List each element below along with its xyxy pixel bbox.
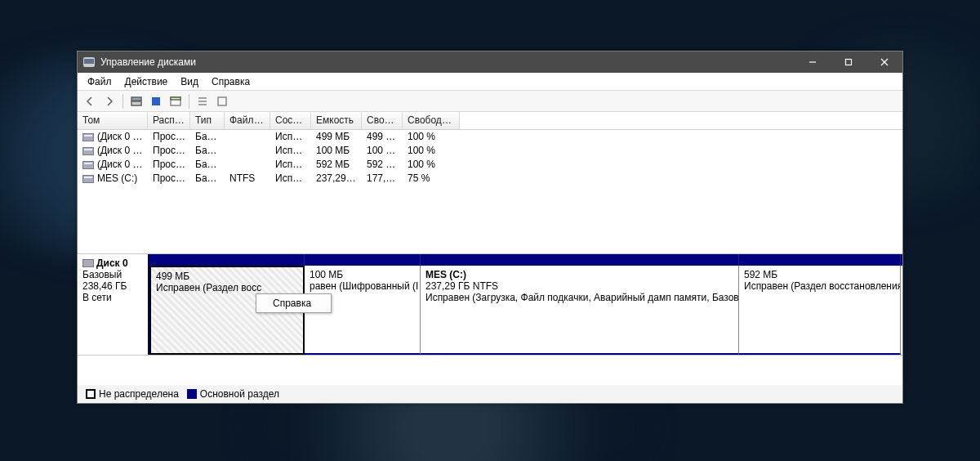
disk-type: Базовый — [82, 269, 143, 280]
col-capacity[interactable]: Емкость — [311, 112, 362, 129]
svg-rect-1 — [131, 97, 141, 101]
volume-icon — [82, 161, 94, 169]
table-row[interactable]: MES (C:)ПростойБазов...NTFSИспра...237,2… — [78, 172, 902, 186]
col-free[interactable]: Свобо... — [362, 112, 403, 129]
disk-icon — [82, 259, 94, 267]
disk-info[interactable]: Диск 0 Базовый 238,46 ГБ В сети — [78, 254, 149, 355]
menu-help[interactable]: Справка — [205, 74, 256, 89]
col-status[interactable]: Состоя... — [270, 112, 311, 129]
disk-name: Диск 0 — [96, 257, 128, 269]
svg-rect-5 — [171, 97, 180, 100]
disk-status: В сети — [82, 292, 143, 303]
menubar: Файл Действие Вид Справка — [78, 73, 902, 91]
maximize-button[interactable] — [831, 51, 866, 73]
disk-size: 238,46 ГБ — [82, 280, 143, 292]
view-top-icon[interactable] — [127, 92, 145, 110]
action-list-icon[interactable] — [194, 92, 212, 110]
partition[interactable]: MES (C:)237,29 ГБ NTFSИсправен (Загрузка… — [421, 266, 739, 355]
table-row[interactable]: (Диск 0 разде...ПростойБазов...Испра...4… — [78, 130, 902, 144]
svg-rect-3 — [152, 97, 160, 105]
help-icon[interactable] — [213, 92, 231, 110]
context-menu-help[interactable]: Справка — [256, 294, 331, 312]
toolbar — [78, 91, 902, 112]
menu-file[interactable]: Файл — [81, 74, 118, 89]
disk-map: Диск 0 Базовый 238,46 ГБ В сети 499 МБИс… — [78, 254, 902, 356]
legend-unallocated: Не распределена — [86, 388, 179, 400]
legend: Не распределена Основной раздел — [78, 385, 902, 403]
back-button[interactable] — [81, 92, 99, 110]
close-button[interactable] — [866, 51, 902, 73]
col-layout[interactable]: Распол... — [148, 112, 190, 129]
volume-icon — [82, 175, 94, 183]
titlebar[interactable]: Управление дисками — [78, 51, 902, 73]
app-icon — [82, 56, 96, 69]
disk-management-window: Управление дисками Файл Действие Вид Спр… — [77, 51, 903, 404]
context-menu[interactable]: Справка — [256, 293, 332, 313]
menu-action[interactable]: Действие — [118, 74, 175, 89]
view-bottom-icon[interactable] — [167, 92, 185, 110]
table-row[interactable]: (Диск 0 разде...ПростойБазов...Испра...1… — [78, 144, 902, 158]
partition[interactable]: 592 МБИсправен (Раздел восстановления) — [739, 266, 901, 355]
table-row[interactable]: (Диск 0 разде...ПростойБазов...Испра...5… — [78, 158, 902, 172]
volume-icon — [82, 147, 94, 155]
svg-rect-6 — [218, 97, 226, 105]
col-volume[interactable]: Том — [78, 112, 148, 129]
window-title: Управление дисками — [100, 56, 196, 68]
menu-view[interactable]: Вид — [174, 74, 205, 89]
svg-rect-0 — [846, 60, 852, 65]
svg-rect-2 — [131, 101, 141, 105]
forward-button[interactable] — [100, 92, 118, 110]
col-filesystem[interactable]: Файлова... — [225, 112, 270, 129]
legend-primary: Основной раздел — [187, 388, 279, 400]
volume-list-header[interactable]: Том Распол... Тип Файлова... Состоя... Е… — [78, 112, 902, 130]
properties-icon[interactable] — [147, 92, 165, 110]
col-free-pct[interactable]: Свободно... — [403, 112, 460, 129]
minimize-button[interactable] — [795, 51, 831, 73]
volume-list: Том Распол... Тип Файлова... Состоя... Е… — [78, 112, 902, 254]
col-type[interactable]: Тип — [190, 112, 225, 129]
volume-icon — [82, 133, 94, 141]
